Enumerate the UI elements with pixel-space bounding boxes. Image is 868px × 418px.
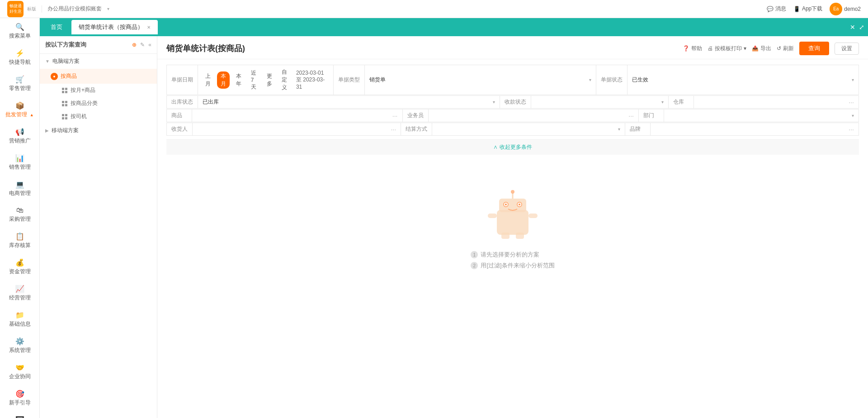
edit-scheme-icon[interactable]: ✎ bbox=[140, 42, 145, 48]
sidebar-item-enterprise[interactable]: 🤝 企业协同 bbox=[0, 359, 39, 385]
tab-sales-stats[interactable]: 销货单统计表（按商品） ✕ bbox=[71, 20, 158, 34]
svg-rect-20 bbox=[501, 233, 509, 239]
filter-area: 单据日期 上月 本月 本年 近7天 更多 自定义 bbox=[157, 59, 868, 160]
payment-select[interactable]: ▾ bbox=[437, 126, 620, 133]
tab-home[interactable]: 首页 bbox=[43, 20, 70, 34]
marketing-icon: 📢 bbox=[2, 128, 38, 136]
sidebar-item-base[interactable]: 📁 基础信息 bbox=[0, 306, 39, 332]
recipient-input[interactable]: ··· bbox=[197, 126, 396, 133]
filter-row-4: 收货人 ··· 结算方式 bbox=[166, 123, 859, 136]
warehouse-input[interactable]: ··· bbox=[698, 99, 854, 106]
help-btn[interactable]: ❓ 帮助 bbox=[683, 45, 702, 52]
window-close-icon[interactable]: ✕ bbox=[850, 24, 855, 31]
sidebar-item-marketing[interactable]: 📢 营销推广 bbox=[0, 123, 39, 149]
inventory-icon: 📋 bbox=[2, 232, 38, 241]
scheme-driver-icon bbox=[61, 114, 68, 120]
sidebar-item-newbie[interactable]: 🎯 新手引导 bbox=[0, 385, 39, 411]
sidebar-item-apps[interactable]: 🔲 应用中心 bbox=[0, 411, 39, 418]
app-subtitle: 标版 bbox=[27, 6, 36, 12]
refresh-btn[interactable]: ↺ 刷新 bbox=[777, 45, 794, 52]
salesperson-input[interactable]: ··· bbox=[433, 112, 634, 119]
app-download-btn[interactable]: 📱 App下载 bbox=[793, 5, 822, 13]
sidebar-item-wholesale[interactable]: 📦 批发管理 ▲ bbox=[0, 97, 39, 123]
left-panel-title: 按以下方案查询 bbox=[45, 41, 86, 49]
wholesale-icon: 📦 bbox=[2, 101, 38, 110]
date-label: 单据日期 bbox=[167, 65, 198, 95]
recv-status-select[interactable]: ▾ bbox=[536, 100, 664, 104]
window-expand-icon[interactable]: ⤢ bbox=[859, 24, 864, 31]
svg-point-16 bbox=[505, 204, 507, 205]
left-panel-icons: ⊕ ✎ « bbox=[132, 42, 151, 48]
date-tab-this-month[interactable]: 本月 bbox=[217, 71, 230, 89]
date-tab-more[interactable]: 更多 bbox=[264, 71, 275, 89]
recv-status-arrow: ▾ bbox=[661, 100, 664, 104]
doc-status-select[interactable]: 已生效 ▾ bbox=[632, 76, 854, 84]
panel-sub-item-month-label: 按月+商品 bbox=[71, 86, 95, 94]
top-bar-dropdown-arrow[interactable]: ▾ bbox=[107, 6, 109, 11]
brand-label: 品牌 bbox=[625, 123, 650, 136]
system-icon: ⚙️ bbox=[2, 337, 38, 346]
query-button[interactable]: 查询 bbox=[799, 42, 829, 55]
product-cell: ··· bbox=[192, 109, 403, 122]
base-icon: 📁 bbox=[2, 311, 38, 319]
top-bar-right: 💬 消息 📱 App下载 Ea demo2 bbox=[767, 3, 861, 15]
sidebar-item-search[interactable]: 🔍 搜索菜单 bbox=[0, 18, 39, 44]
panel-group-mobile[interactable]: ▶ 移动端方案 bbox=[40, 123, 157, 138]
product-dots[interactable]: ··· bbox=[392, 112, 398, 119]
svg-rect-18 bbox=[488, 214, 497, 218]
sidebar-item-retail[interactable]: 🛒 零售管理 bbox=[0, 71, 39, 97]
active-scheme-icon: ● bbox=[51, 73, 58, 80]
avatar: Ea bbox=[830, 3, 842, 15]
date-tab-custom[interactable]: 自定义 bbox=[279, 67, 292, 92]
date-tab-last-month[interactable]: 上月 bbox=[203, 71, 213, 89]
recipient-dots[interactable]: ··· bbox=[391, 126, 396, 133]
sidebar-item-operations[interactable]: 📈 经营管理 bbox=[0, 280, 39, 306]
doc-status-arrow: ▾ bbox=[852, 77, 854, 82]
recipient-cell: ··· bbox=[193, 123, 401, 136]
brand-dots[interactable]: ··· bbox=[849, 126, 854, 133]
out-status-label: 出库状态 bbox=[167, 96, 198, 109]
panel-item-by-product[interactable]: ● 按商品 bbox=[40, 69, 157, 84]
page-inner-wrap: 销货单统计表(按商品) ❓ 帮助 🖨 按模板打印 ▾ bbox=[157, 36, 868, 418]
settings-button[interactable]: 设置 bbox=[835, 43, 859, 55]
collapse-panel-icon[interactable]: « bbox=[148, 42, 151, 48]
salesperson-dots[interactable]: ··· bbox=[628, 112, 634, 119]
date-tab-7days[interactable]: 近7天 bbox=[248, 68, 261, 92]
sidebar-item-purchase[interactable]: 🛍 采购管理 bbox=[0, 202, 39, 228]
doc-status-label: 单据状态 bbox=[596, 65, 627, 95]
doc-type-select[interactable]: 销货单 ▾ bbox=[369, 76, 591, 84]
panel-sub-item-driver-label: 按司机 bbox=[71, 113, 87, 120]
sidebar-item-sales[interactable]: 📊 销售管理 bbox=[0, 149, 39, 176]
svg-rect-1 bbox=[65, 88, 67, 90]
add-scheme-icon[interactable]: ⊕ bbox=[132, 42, 137, 48]
print-btn[interactable]: 🖨 按模板打印 ▾ bbox=[708, 45, 746, 52]
user-avatar-btn[interactable]: Ea demo2 bbox=[830, 3, 861, 15]
out-status-select[interactable]: 已出库 ▾ bbox=[203, 98, 495, 106]
messages-btn[interactable]: 💬 消息 bbox=[767, 5, 786, 13]
message-icon: 💬 bbox=[767, 6, 774, 12]
warehouse-dots[interactable]: ··· bbox=[849, 99, 854, 106]
panel-sub-item-by-category[interactable]: 按商品分类 bbox=[40, 97, 157, 110]
panel-sub-item-by-driver[interactable]: 按司机 bbox=[40, 110, 157, 123]
export-btn[interactable]: 📤 导出 bbox=[752, 45, 771, 52]
tip-num-2: 2 bbox=[471, 262, 478, 269]
sidebar-item-shortcuts[interactable]: ⚡ 快捷导航 bbox=[0, 44, 39, 71]
left-panel-header: 按以下方案查询 ⊕ ✎ « bbox=[40, 36, 157, 54]
panel-group-pc[interactable]: ▼ 电脑端方案 bbox=[40, 54, 157, 69]
tab-close-btn[interactable]: ✕ bbox=[147, 25, 151, 30]
recv-status-cell: ▾ bbox=[531, 96, 669, 109]
dept-select[interactable]: ▾ bbox=[669, 113, 854, 119]
brand-input[interactable]: ··· bbox=[655, 126, 854, 133]
svg-point-23 bbox=[511, 190, 514, 194]
product-input[interactable]: ··· bbox=[197, 112, 398, 119]
doc-type-cell: 销货单 ▾ bbox=[365, 65, 596, 95]
apps-icon: 🔲 bbox=[2, 416, 38, 418]
sidebar-item-finance[interactable]: 💰 资金管理 bbox=[0, 254, 39, 280]
panel-item-by-product-label: 按商品 bbox=[61, 72, 77, 80]
sidebar-item-ecommerce[interactable]: 💻 电商管理 bbox=[0, 176, 39, 202]
collapse-bar[interactable]: ∧ 收起更多条件 bbox=[166, 139, 859, 155]
date-tab-this-year[interactable]: 本年 bbox=[233, 71, 244, 89]
sidebar-item-system[interactable]: ⚙️ 系统管理 bbox=[0, 332, 39, 359]
panel-sub-item-by-month[interactable]: 按月+商品 bbox=[40, 84, 157, 97]
sidebar-item-inventory[interactable]: 📋 库存核算 bbox=[0, 228, 39, 254]
